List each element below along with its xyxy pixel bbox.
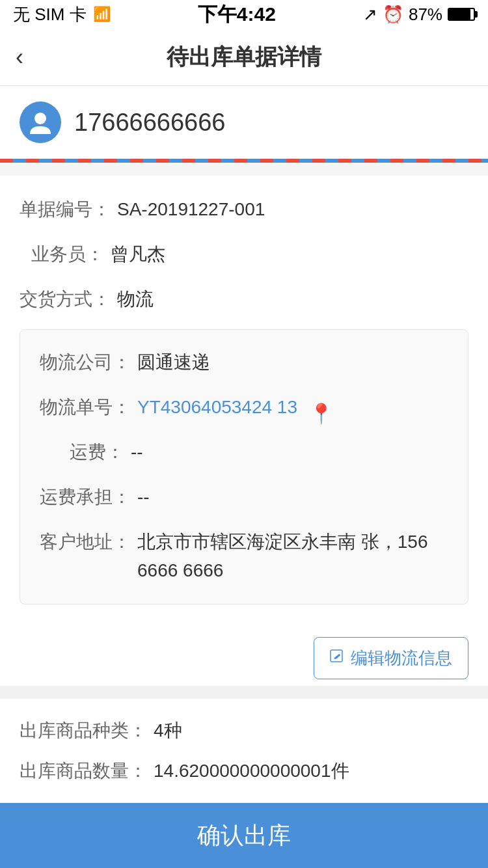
logistics-tracking-label: 物流单号： xyxy=(40,393,131,422)
goods-quantity-row: 出库商品数量： 14.620000000000001件 xyxy=(20,759,468,783)
freight-row: 运费： -- xyxy=(40,438,448,467)
logistics-company-value: 圆通速递 xyxy=(137,348,448,377)
freight-bear-row: 运费承担： -- xyxy=(40,483,448,512)
goods-type-label: 出库商品种类： xyxy=(20,718,147,743)
order-no-value: SA-20191227-001 xyxy=(117,195,468,224)
svg-point-0 xyxy=(34,113,46,124)
edit-icon xyxy=(330,649,344,668)
customer-section: 17666666666 xyxy=(0,86,488,159)
status-left: 无 SIM 卡 📶 xyxy=(13,3,111,26)
tracking-number: YT43064053424 13 xyxy=(137,397,297,417)
goods-quantity-label: 出库商品数量： xyxy=(20,759,147,783)
status-right: ↗ ⏰ 87% xyxy=(363,5,475,25)
battery-icon xyxy=(448,8,475,21)
edit-logistics-button[interactable]: 编辑物流信息 xyxy=(314,637,468,679)
logistics-card: 物流公司： 圆通速递 物流单号： YT43064053424 13 📍 运费： … xyxy=(20,329,468,604)
confirm-button-label: 确认出库 xyxy=(197,820,291,852)
salesman-row: 业务员： 曾凡杰 xyxy=(20,240,468,269)
back-button[interactable]: ‹ xyxy=(16,44,23,71)
salesman-value: 曾凡杰 xyxy=(111,240,468,269)
location-status-icon: ↗ xyxy=(363,5,377,25)
freight-label: 运费： xyxy=(40,438,124,467)
freight-bear-label: 运费承担： xyxy=(40,483,131,512)
user-icon xyxy=(27,109,53,135)
goods-section: 出库商品种类： 4种 出库商品数量： 14.620000000000001件 xyxy=(0,699,488,803)
section-separator xyxy=(0,686,488,699)
map-pin-icon[interactable]: 📍 xyxy=(309,398,330,419)
goods-quantity-value: 14.620000000000001件 xyxy=(154,759,349,783)
freight-bear-value: -- xyxy=(137,483,448,512)
order-no-row: 单据编号： SA-20191227-001 xyxy=(20,195,468,224)
address-row: 客户地址： 北京市市辖区海淀区永丰南 张，156 6666 6666 xyxy=(40,528,448,586)
logistics-company-row: 物流公司： 圆通速递 xyxy=(40,348,448,377)
battery-fill xyxy=(449,9,470,20)
content: 17666666666 单据编号： SA-20191227-001 业务员： 曾… xyxy=(0,86,488,868)
confirm-button[interactable]: 确认出库 xyxy=(0,803,488,868)
goods-type-row: 出库商品种类： 4种 xyxy=(20,718,468,743)
battery-percent: 87% xyxy=(409,5,442,25)
logistics-tracking-value: YT43064053424 13 📍 xyxy=(137,393,448,422)
avatar xyxy=(20,102,61,143)
delivery-label: 交货方式： xyxy=(20,285,111,314)
dashed-divider xyxy=(0,159,488,163)
salesman-label: 业务员： xyxy=(20,240,104,269)
nav-bar: ‹ 待出库单据详情 xyxy=(0,29,488,86)
order-no-label: 单据编号： xyxy=(20,195,111,224)
delivery-value: 物流 xyxy=(117,285,468,314)
address-value: 北京市市辖区海淀区永丰南 张，156 6666 6666 xyxy=(137,528,448,586)
logistics-company-label: 物流公司： xyxy=(40,348,131,377)
goods-type-value: 4种 xyxy=(154,718,182,743)
page-title: 待出库单据详情 xyxy=(167,42,321,72)
status-time: 下午4:42 xyxy=(198,1,276,28)
address-label: 客户地址： xyxy=(40,528,131,557)
alarm-icon: ⏰ xyxy=(383,5,403,25)
logistics-tracking-row: 物流单号： YT43064053424 13 📍 xyxy=(40,393,448,422)
edit-logistics-label: 编辑物流信息 xyxy=(351,647,452,670)
carrier-text: 无 SIM 卡 xyxy=(13,3,87,26)
customer-phone: 17666666666 xyxy=(74,109,225,137)
freight-value: -- xyxy=(131,438,448,467)
delivery-row: 交货方式： 物流 xyxy=(20,285,468,314)
svg-rect-1 xyxy=(331,650,342,662)
back-icon: ‹ xyxy=(16,44,23,70)
edit-btn-row: 编辑物流信息 xyxy=(0,624,488,686)
wifi-icon: 📶 xyxy=(93,6,111,23)
status-bar: 无 SIM 卡 📶 下午4:42 ↗ ⏰ 87% xyxy=(0,0,488,29)
order-info-section: 单据编号： SA-20191227-001 业务员： 曾凡杰 交货方式： 物流 … xyxy=(0,176,488,624)
